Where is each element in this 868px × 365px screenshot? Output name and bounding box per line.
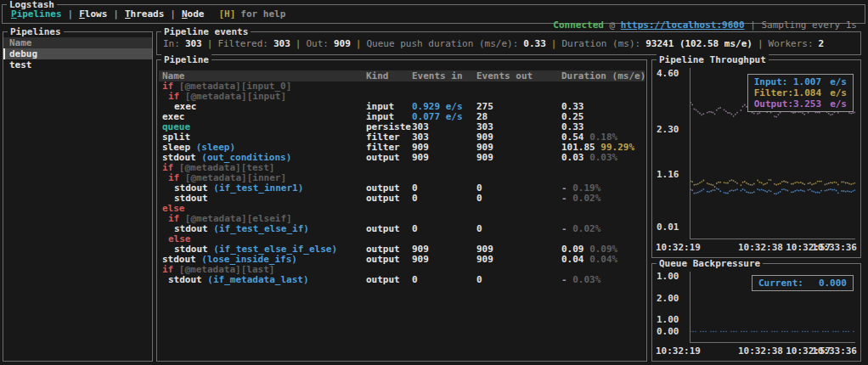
row-duration [561,265,645,275]
help-key-hint: [H] [218,8,235,20]
pipeline-row[interactable]: stdout (lose_inside_ifs)output9099090.04… [159,255,645,265]
x-tick: 10:32:38 [738,242,783,253]
row-events-in [412,163,476,173]
pipeline-row[interactable]: if [@metadata][input] [159,92,645,102]
stat-separator: | [290,38,307,49]
legend-row: Input:1.007e/s [754,76,847,87]
row-duration: 0.09 0.09% [561,244,645,255]
y-tick: 1.16 [657,170,679,180]
row-kind [366,204,412,214]
row-name: stdout (if_test_inner1) [159,183,366,194]
row-name: stdout (if_test_else_if) [159,224,366,234]
row-events-out: 909 [476,132,561,143]
row-events-out: 0 [476,275,561,285]
column-name: Name [159,70,366,81]
row-events-in [412,92,476,102]
row-name: queue [159,122,366,132]
pipeline-row[interactable]: stdout (if_test_else_if_else)output90990… [159,244,645,255]
y-tick: 2.00 [657,294,679,304]
row-events-out: 909 [476,143,561,153]
row-name: else [159,204,366,214]
tab-node[interactable]: Node [182,8,205,20]
tab-threads[interactable]: Threads [125,8,164,20]
row-name: else [159,234,366,244]
pipeline-row[interactable]: if [@metadata][inner] [159,173,645,183]
row-events-in: 0 [412,224,476,234]
row-name: stdout (out_conditions) [159,153,366,163]
row-events-in [412,204,476,214]
row-events-in [412,234,476,244]
stat-value: 93241 (102.58 ms/e) [645,38,752,49]
row-name: exec [159,102,366,112]
pipelines-panel: Pipelines Name debugtest [3,31,153,362]
row-kind [366,234,412,244]
row-events-in [412,81,476,92]
row-duration: - 0.19% [561,183,645,194]
status-separator: | [750,20,756,31]
row-duration [561,81,645,92]
logstash-tui: Logstash Pipelines|Flows|Threads|Node [H… [0,0,868,365]
row-events-out [476,163,561,173]
pipeline-row[interactable]: if [@metadata][elseif] [159,214,645,224]
pipeline-panel-title: Pipeline [161,54,211,65]
stat-value: 2 [819,38,825,49]
backpressure-panel: Queue Backpressure 1.002.001.000.0010:32… [651,263,861,362]
row-duration: 0.33 [561,102,645,112]
column-events-in: Events in [412,70,476,81]
column-events-out: Events out [476,70,561,81]
row-kind: output [366,224,412,234]
pipeline-row[interactable]: if [@metadata][last] [159,265,645,275]
pipeline-row[interactable]: splitfilter3039090.54 0.18% [159,132,645,143]
sidebar-column-header: Name [3,37,152,48]
stat-value: 909 [334,38,351,49]
pipeline-row[interactable]: sleep (sleep)filter909909101.85 99.29% [159,143,645,153]
row-events-in: 0 [412,183,476,194]
row-kind [366,214,412,224]
pipeline-row[interactable]: stdout (out_conditions)output9099090.03 … [159,153,645,163]
y-tick: 0.00 [657,327,679,337]
y-tick: 0.01 [657,222,679,233]
stat-label: Filtered: [217,38,268,49]
app-title: Logstash [7,0,57,10]
pipeline-row[interactable]: queuepersiste3033030.33 [159,122,645,132]
row-name: exec [159,112,366,122]
pipeline-row[interactable]: stdout (if_test_else_if)output00- 0.02% [159,224,645,234]
row-kind: input [366,112,412,122]
pipeline-row[interactable]: if [@metadata][test] [159,163,645,173]
row-events-in [412,173,476,183]
sidebar-item-test[interactable]: test [3,59,152,70]
pipeline-row[interactable]: if [@metadata][input_0] [159,81,645,92]
row-events-out: 0 [476,183,561,194]
pipeline-row[interactable]: else [159,204,645,214]
row-duration: 0.33 [561,122,645,132]
pipeline-row[interactable]: execinput0.929 e/s2750.33 [159,102,645,112]
pipeline-row[interactable]: stdout (if_test_inner1)output00- 0.19% [159,183,645,194]
stat-label: Workers: [769,38,814,49]
stat-label: Duration (ms): [561,38,640,49]
row-events-in: 0.077 e/s [412,112,476,122]
stat-value: 303 [273,38,290,49]
server-link[interactable]: https://localhost:9600 [621,20,745,31]
pipeline-row[interactable]: else [159,234,645,244]
legend-row: Current:0.000 [758,278,847,289]
sidebar-item-debug[interactable]: debug [3,48,152,59]
row-kind: output [366,153,412,163]
pipelines-panel-title: Pipelines [8,26,64,37]
row-events-out [476,81,561,92]
row-events-out [476,265,561,275]
tab-separator: | [170,8,176,20]
row-events-in: 909 [412,255,476,265]
row-events-out: 275 [476,102,561,112]
row-kind [366,92,412,102]
pipeline-row[interactable]: stdoutoutput00- 0.02% [159,194,645,204]
row-events-in: 909 [412,244,476,255]
row-events-out [476,92,561,102]
tab-flows[interactable]: Flows [79,8,107,20]
row-events-out [476,204,561,214]
row-events-out: 909 [476,244,561,255]
y-tick: 1.00 [657,315,679,325]
pipeline-row[interactable]: execinput0.077 e/s280.25 [159,112,645,122]
row-duration: - 0.03% [561,275,645,285]
pipeline-row[interactable]: stdout (if_metadata_last)output00- 0.03% [159,275,645,285]
row-events-out [476,214,561,224]
